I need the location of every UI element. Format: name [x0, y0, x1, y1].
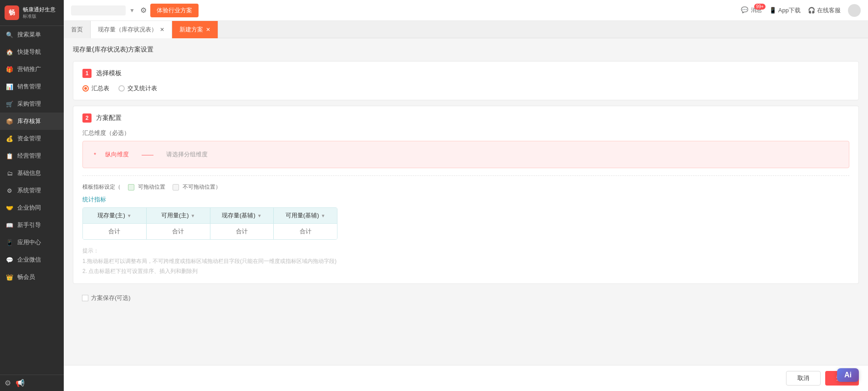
- sidebar-bottom: ⚙ 📢: [0, 375, 64, 391]
- sidebar-item-member[interactable]: 👑 畅会员: [0, 268, 64, 286]
- save-label: 方案保存(可选): [91, 294, 131, 302]
- sidebar-item-sales[interactable]: 📊 销售管理: [0, 78, 64, 95]
- sidebar-item-quick-nav[interactable]: 🏠 快捷导航: [0, 43, 64, 61]
- required-star: *: [94, 151, 96, 158]
- step2-title: 方案配置: [96, 114, 122, 122]
- col-current-main-header[interactable]: 现存量(主) ▼: [83, 208, 147, 223]
- tabbar: 首页 现存量（库存状况表） ✕ 新建方案 ✕: [64, 21, 868, 38]
- tab-home[interactable]: 首页: [64, 21, 91, 38]
- summary-dim-label: 汇总维度（必选）: [82, 129, 849, 137]
- radio-cross[interactable]: 交叉统计表: [118, 84, 157, 93]
- search-icon: 🔍: [5, 31, 14, 39]
- app-logo: 畅 畅康通好生意 标准版: [0, 0, 64, 26]
- step2-card: 2 方案配置 汇总维度（必选） * 纵向维度 —— 请选择分组维度 模板指标设定…: [73, 106, 859, 284]
- step1-number: 1: [82, 69, 92, 78]
- gift-icon: 🎁: [5, 65, 14, 73]
- sidebar-nav: 🏠 快捷导航 🎁 营销推广 📊 销售管理 🛒 采购管理 📦 库存核算 💰 资金管…: [0, 43, 64, 375]
- phone-icon: 📱: [769, 7, 776, 14]
- topbar-right: 💬 99+ 消息 📱 App下载 🎧 在线客服: [741, 4, 861, 17]
- radio-summary[interactable]: 汇总表: [82, 84, 109, 93]
- cancel-button[interactable]: 取消: [786, 371, 821, 386]
- tab-inventory-status[interactable]: 现存量（库存状况表） ✕: [91, 21, 172, 38]
- chevron-col0[interactable]: ▼: [127, 213, 132, 218]
- step2-header: 2 方案配置: [82, 113, 849, 123]
- sales-icon: 📊: [5, 82, 14, 91]
- sidebar-item-purchase[interactable]: 🛒 采购管理: [0, 95, 64, 113]
- cell-col3: 合计: [274, 224, 337, 239]
- operations-icon: 📋: [5, 152, 14, 160]
- sidebar-item-basic-info[interactable]: 🗂 基础信息: [0, 165, 64, 182]
- non-draggable-legend-item: 不可拖动位置）: [173, 183, 221, 191]
- sidebar-item-enterprise[interactable]: 🤝 企业协同: [0, 199, 64, 216]
- finance-icon: 💰: [5, 134, 14, 143]
- sidebar-item-finance[interactable]: 💰 资金管理: [0, 130, 64, 147]
- vertical-dim-placeholder[interactable]: 请选择分组维度: [166, 150, 208, 159]
- cell-col0: 合计: [83, 224, 147, 239]
- step1-title: 选择模板: [96, 69, 122, 77]
- radio-circle-cross: [118, 85, 125, 92]
- vertical-dim-label: 纵向维度: [105, 150, 129, 159]
- logo-text: 畅康通好生意 标准版: [23, 6, 56, 20]
- step1-card: 1 选择模板 汇总表 交叉统计表: [73, 61, 859, 100]
- col-available-main-header[interactable]: 可用量(主) ▼: [147, 208, 210, 223]
- page-content: 现存量(库存状况表)方案设置 1 选择模板 汇总表 交叉统计表: [64, 38, 868, 365]
- topbar: ▼ ⚙ 体验行业方案 💬 99+ 消息 📱 App下载 🎧 在线客服: [64, 0, 868, 21]
- metrics-table-header: 现存量(主) ▼ 可用量(主) ▼ 现存量(基辅) ▼ 可用量(基辅) ▼: [83, 208, 337, 223]
- metrics-table-body: 合计 合计 合计 合计: [83, 223, 337, 239]
- tab-close-new-scheme[interactable]: ✕: [206, 26, 210, 33]
- main-content: ▼ ⚙ 体验行业方案 💬 99+ 消息 📱 App下载 🎧 在线客服 首页: [64, 0, 868, 391]
- non-draggable-indicator: [173, 184, 179, 190]
- col-current-aux-header[interactable]: 现存量(基辅) ▼: [210, 208, 274, 223]
- tab-new-scheme[interactable]: 新建方案 ✕: [172, 21, 218, 38]
- step1-header: 1 选择模板: [82, 69, 849, 78]
- trial-btn[interactable]: 体验行业方案: [150, 4, 199, 17]
- settings-icon[interactable]: ⚙: [5, 379, 11, 387]
- topbar-search-input[interactable]: [71, 5, 126, 15]
- sidebar-item-app-center[interactable]: 📱 应用中心: [0, 234, 64, 251]
- cart-icon: 🛒: [5, 100, 14, 108]
- online-service-link[interactable]: 🎧 在线客服: [808, 6, 841, 15]
- dash-separator: ——: [142, 151, 153, 158]
- page-title: 现存量(库存状况表)方案设置: [73, 46, 859, 54]
- save-checkbox-row: 方案保存(可选): [82, 294, 850, 302]
- sidebar-item-system[interactable]: ⚙ 系统管理: [0, 182, 64, 199]
- sidebar-item-inventory[interactable]: 📦 库存核算: [0, 113, 64, 130]
- metrics-table: 现存量(主) ▼ 可用量(主) ▼ 现存量(基辅) ▼ 可用量(基辅) ▼: [82, 207, 337, 240]
- message-badge-wrap[interactable]: 💬 99+ 消息: [741, 6, 762, 14]
- tips-section: 提示： 1.拖动标题栏可以调整布局，不可跨维度或指标区域拖动栏目字段(只能在同一…: [82, 247, 849, 276]
- save-checkbox[interactable]: [82, 295, 88, 301]
- sidebar-item-operations[interactable]: 📋 经营管理: [0, 147, 64, 165]
- chevron-col2[interactable]: ▼: [257, 213, 262, 218]
- tip-2: 2. 点击标题栏下拉可设置排序、插入列和删除列: [82, 267, 849, 277]
- chevron-down-icon[interactable]: ▼: [129, 7, 135, 14]
- member-icon: 👑: [5, 273, 14, 281]
- basicinfo-icon: 🗂: [5, 169, 14, 177]
- topbar-left: ▼ ⚙ 体验行业方案: [71, 4, 736, 17]
- sidebar-item-wechat[interactable]: 💬 企业微信: [0, 251, 64, 268]
- gear-icon[interactable]: ⚙: [140, 6, 147, 15]
- headset-icon: 🎧: [808, 7, 815, 14]
- speaker-icon[interactable]: 📢: [15, 379, 25, 387]
- page-footer: 方案保存(可选): [73, 289, 859, 307]
- sidebar-search[interactable]: 🔍 搜索菜单: [0, 26, 64, 43]
- app-center-icon: 📱: [5, 238, 14, 247]
- ai-fab-button[interactable]: Ai: [837, 368, 859, 382]
- user-avatar[interactable]: [848, 4, 861, 17]
- radio-circle-summary: [82, 85, 89, 92]
- stats-section-label: 统计指标: [82, 196, 849, 204]
- app-download-link[interactable]: 📱 App下载: [769, 6, 801, 15]
- enterprise-icon: 🤝: [5, 204, 14, 212]
- inventory-icon: 📦: [5, 117, 14, 125]
- chevron-col3[interactable]: ▼: [321, 213, 326, 218]
- tab-close-inventory[interactable]: ✕: [160, 26, 164, 33]
- sidebar-item-guide[interactable]: 📖 新手引导: [0, 216, 64, 234]
- sidebar: 畅 畅康通好生意 标准版 🔍 搜索菜单 🏠 快捷导航 🎁 营销推广 📊 销售管理…: [0, 0, 64, 391]
- tips-title: 提示：: [82, 247, 849, 255]
- col-available-aux-header[interactable]: 可用量(基辅) ▼: [274, 208, 337, 223]
- system-icon: ⚙: [5, 186, 14, 195]
- draggable-legend-item: 可拖动位置: [128, 183, 165, 191]
- sidebar-item-marketing[interactable]: 🎁 营销推广: [0, 61, 64, 78]
- message-icon: 💬: [741, 6, 748, 13]
- chevron-col1[interactable]: ▼: [191, 213, 195, 218]
- metrics-legend: 模板指标设定（ 可拖动位置 不可拖动位置）: [82, 183, 849, 191]
